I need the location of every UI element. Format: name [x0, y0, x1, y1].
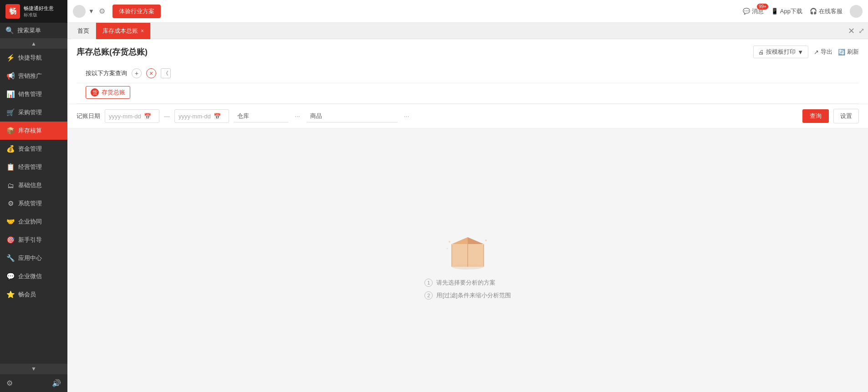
basic-icon: 🗂	[6, 181, 15, 189]
topbar-gear-icon[interactable]: ⚙	[99, 7, 105, 15]
sidebar-item-member[interactable]: ⭐ 畅会员	[0, 285, 67, 304]
warehouse-more-btn[interactable]: ···	[293, 112, 302, 120]
scheme-item-inventory[interactable]: 货 存货总账	[86, 86, 130, 99]
sidebar-item-quick-nav[interactable]: ⚡ 快捷导航	[0, 49, 67, 67]
sidebar-item-sales[interactable]: 📊 销售管理	[0, 85, 67, 103]
sidebar-scroll-up[interactable]: ▲	[0, 39, 67, 49]
close-all-icon[interactable]: ✕	[848, 26, 855, 36]
settings-btn[interactable]: 设置	[833, 109, 859, 123]
sidebar-item-app-center[interactable]: 🔧 应用中心	[0, 249, 67, 267]
sidebar-item-marketing[interactable]: 📢 营销推广	[0, 67, 67, 85]
message-btn[interactable]: 💬 消息 99+	[743, 7, 764, 15]
sidebar-item-label: 系统管理	[18, 199, 42, 208]
export-label: 导出	[821, 48, 832, 56]
tip-num-2: 2	[424, 291, 433, 300]
marketing-icon: 📢	[6, 72, 15, 80]
online-service-btn[interactable]: 🎧 在线客服	[810, 7, 842, 15]
wechat-icon: 💬	[6, 272, 15, 280]
sidebar-logo: 畅 畅捷通好生意 标准版	[0, 0, 67, 23]
search-bar: 记账日期 yyyy-mm-dd 📅 — yyyy-mm-dd 📅 仓库 ··· …	[67, 104, 868, 128]
date-end-placeholder: yyyy-mm-dd	[179, 113, 211, 120]
date-start-input[interactable]: yyyy-mm-dd 📅	[105, 109, 159, 123]
print-btn[interactable]: 🖨 按模板打印 ▼	[753, 46, 808, 58]
tab-active-label: 库存成本总账	[102, 27, 138, 35]
sidebar-search[interactable]: 🔍 搜索菜单	[0, 23, 67, 39]
quick-nav-icon: ⚡	[6, 54, 15, 62]
refresh-icon: 🔄	[838, 49, 845, 56]
user-avatar[interactable]	[850, 5, 863, 18]
sidebar-item-operations[interactable]: 📋 经营管理	[0, 158, 67, 176]
sidebar-item-system[interactable]: ⚙ 系统管理	[0, 194, 67, 213]
sidebar-item-purchase[interactable]: 🛒 采购管理	[0, 103, 67, 122]
topbar-company-dropdown[interactable]: ▼	[88, 8, 94, 15]
sidebar-item-basic[interactable]: 🗂 基础信息	[0, 176, 67, 194]
tab-active[interactable]: 库存成本总账 ×	[96, 23, 151, 39]
app-download-label: App下载	[780, 7, 802, 15]
tabs-right: ✕ ⤢	[848, 26, 864, 36]
finance-icon: 💰	[6, 145, 15, 153]
sidebar-item-finance[interactable]: 💰 资金管理	[0, 140, 67, 158]
filter-collapse-btn[interactable]: 《	[161, 68, 171, 78]
date-end-input[interactable]: yyyy-mm-dd 📅	[174, 109, 229, 123]
empty-tip-2: 2 用[过滤]条件来缩小分析范围	[424, 291, 511, 300]
logo-text: 畅捷通好生意 标准版	[24, 5, 54, 17]
logo-icon: 畅	[5, 4, 20, 19]
industry-btn[interactable]: 体验行业方案	[112, 5, 161, 18]
page-title-row: 库存总账(存货总账) 🖨 按模板打印 ▼ ↗ 导出 🔄 刷新	[77, 46, 859, 58]
calendar-start-icon[interactable]: 📅	[144, 113, 151, 120]
phone-icon: 📱	[771, 8, 778, 15]
goods-label: 商品	[310, 112, 322, 120]
goods-select[interactable]: 商品	[306, 110, 398, 122]
sidebar: 畅 畅捷通好生意 标准版 🔍 搜索菜单 ▲ ⚡ 快捷导航 📢 营销推广 📊 销售…	[0, 0, 67, 392]
search-btn[interactable]: 查询	[802, 109, 829, 123]
tip-num-1: 1	[424, 279, 433, 287]
purchase-icon: 🛒	[6, 108, 15, 117]
newbie-icon: 🎯	[6, 236, 15, 244]
warehouse-select[interactable]: 仓库	[234, 110, 288, 122]
app-download-btn[interactable]: 📱 App下载	[771, 7, 802, 15]
filter-add-btn[interactable]: +	[132, 68, 142, 78]
enterprise-icon: 🤝	[6, 218, 15, 226]
online-service-label: 在线客服	[819, 7, 842, 15]
sidebar-item-enterprise[interactable]: 🤝 企业协同	[0, 213, 67, 231]
empty-tips: 1 请先选择要分析的方案 2 用[过滤]条件来缩小分析范围	[424, 279, 511, 300]
sidebar-item-label: 快捷导航	[18, 54, 42, 62]
member-icon: ⭐	[6, 290, 15, 299]
sidebar-item-newbie[interactable]: 🎯 新手引导	[0, 231, 67, 249]
date-start-placeholder: yyyy-mm-dd	[109, 113, 141, 120]
sidebar-item-label: 企业协同	[18, 218, 42, 226]
inventory-icon: 📦	[6, 127, 15, 135]
calendar-end-icon[interactable]: 📅	[214, 113, 221, 120]
message-icon: 💬	[743, 8, 750, 15]
sidebar-item-label: 采购管理	[18, 108, 42, 117]
page-header-actions: 🖨 按模板打印 ▼ ↗ 导出 🔄 刷新	[753, 46, 859, 58]
tab-close-btn[interactable]: ×	[141, 28, 144, 34]
sidebar-nav-list: ⚡ 快捷导航 📢 营销推广 📊 销售管理 🛒 采购管理 📦 库存核算 💰 资金管…	[0, 49, 67, 364]
system-icon: ⚙	[6, 199, 15, 208]
svg-point-5	[449, 241, 450, 243]
export-btn[interactable]: ↗ 导出	[814, 48, 832, 56]
sidebar-item-label: 销售管理	[18, 90, 42, 98]
tab-home[interactable]: 首页	[71, 23, 96, 39]
sidebar-item-label: 经营管理	[18, 163, 42, 171]
scheme-list: 货 存货总账	[77, 83, 859, 104]
expand-icon[interactable]: ⤢	[858, 26, 864, 35]
sidebar-item-label: 企业微信	[18, 272, 42, 280]
sales-icon: 📊	[6, 90, 15, 98]
logo-line1: 畅捷通好生意	[24, 5, 54, 11]
topbar-left: ▼ ⚙ 体验行业方案	[73, 5, 743, 18]
empty-state: 1 请先选择要分析的方案 2 用[过滤]条件来缩小分析范围	[67, 128, 868, 392]
speaker-icon[interactable]: 🔊	[52, 379, 61, 387]
topbar-right: 💬 消息 99+ 📱 App下载 🎧 在线客服	[743, 5, 863, 18]
sidebar-item-label: 资金管理	[18, 145, 42, 153]
settings-bottom-icon[interactable]: ⚙	[6, 379, 13, 387]
empty-illustration	[443, 221, 493, 271]
filter-remove-btn[interactable]: ×	[146, 68, 156, 78]
sidebar-item-label: 库存核算	[18, 127, 42, 135]
sidebar-scroll-down[interactable]: ▼	[0, 364, 67, 374]
goods-more-btn[interactable]: ···	[402, 112, 411, 120]
refresh-btn[interactable]: 🔄 刷新	[838, 48, 859, 56]
sidebar-item-wechat[interactable]: 💬 企业微信	[0, 267, 67, 285]
content-area: 库存总账(存货总账) 🖨 按模板打印 ▼ ↗ 导出 🔄 刷新	[67, 39, 868, 392]
sidebar-item-inventory[interactable]: 📦 库存核算	[0, 122, 67, 140]
